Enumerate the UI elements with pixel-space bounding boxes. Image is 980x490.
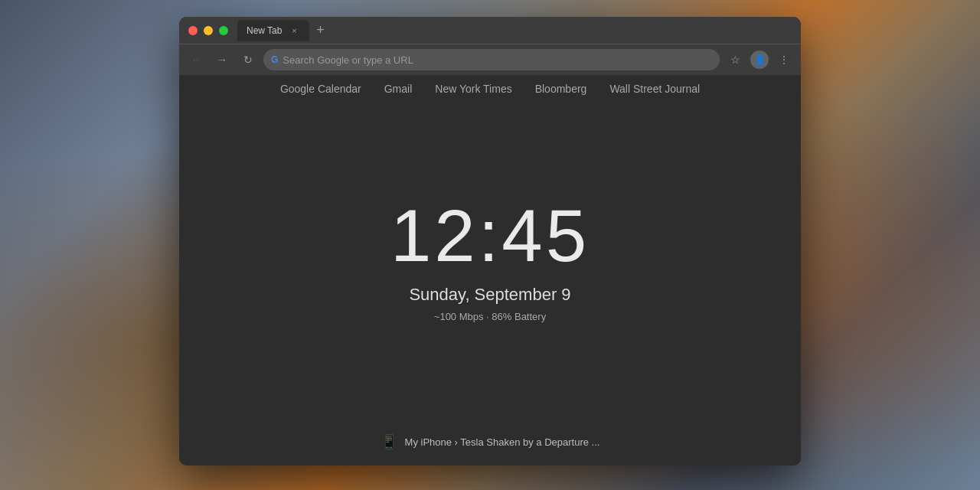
menu-button[interactable]: ⋮ — [773, 49, 795, 70]
iphone-icon: 📱 — [381, 433, 397, 450]
bookmarks-bar: Google Calendar Gmail New York Times Blo… — [179, 75, 801, 101]
active-tab[interactable]: New Tab × — [237, 20, 309, 41]
search-input[interactable] — [283, 54, 712, 66]
bookmark-gmail[interactable]: Gmail — [384, 83, 413, 95]
bookmark-nyt[interactable]: New York Times — [435, 83, 511, 95]
iphone-notification[interactable]: 📱 My iPhone › Tesla Shaken by a Departur… — [381, 433, 600, 450]
status-display: ~100 Mbps · 86% Battery — [434, 311, 546, 322]
profile-button[interactable]: 👤 — [750, 51, 769, 69]
refresh-button[interactable]: ↻ — [237, 49, 259, 70]
tab-title: New Tab — [247, 25, 282, 36]
forward-button[interactable]: → — [211, 49, 233, 70]
new-tab-button[interactable]: + — [309, 20, 331, 41]
tab-close-button[interactable]: × — [288, 24, 300, 37]
bookmark-bloomberg[interactable]: Bloomberg — [535, 83, 587, 95]
maximize-window-button[interactable] — [219, 26, 228, 35]
notification-text: My iPhone › Tesla Shaken by a Departure … — [405, 436, 600, 448]
minimize-window-button[interactable] — [204, 26, 213, 35]
clock-section: 12:45 Sunday, September 9 ~100 Mbps · 86… — [390, 101, 590, 466]
back-button[interactable]: ← — [185, 49, 207, 70]
bookmark-star-button[interactable]: ☆ — [724, 49, 746, 70]
bookmark-wsj[interactable]: Wall Street Journal — [609, 83, 700, 95]
time-display: 12:45 — [390, 199, 590, 273]
title-bar: New Tab × + — [179, 17, 801, 44]
tab-bar: New Tab × + — [237, 20, 792, 41]
date-display: Sunday, September 9 — [409, 285, 570, 305]
browser-window: New Tab × + ← → ↻ G ☆ 👤 ⋮ Google Calenda… — [179, 17, 801, 466]
address-bar[interactable]: G — [263, 49, 720, 70]
bookmark-google-calendar[interactable]: Google Calendar — [280, 83, 361, 95]
close-window-button[interactable] — [188, 26, 198, 35]
content-area: Google Calendar Gmail New York Times Blo… — [179, 75, 801, 466]
google-search-icon: G — [271, 54, 278, 65]
window-controls — [188, 26, 228, 35]
navigation-bar: ← → ↻ G ☆ 👤 ⋮ — [179, 44, 801, 75]
